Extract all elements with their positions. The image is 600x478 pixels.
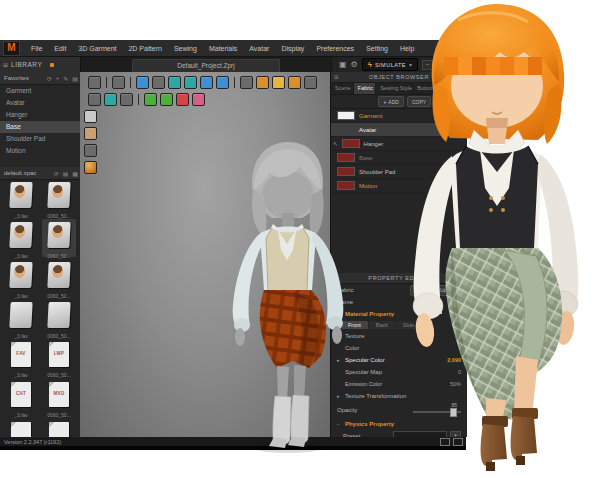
library-thumbnail[interactable] — [42, 419, 76, 437]
library-thumbnail[interactable]: 0060_50... — [42, 259, 76, 297]
character-leg-right — [514, 356, 538, 416]
favorite-item-hanger[interactable]: Hanger — [0, 109, 80, 121]
viewport-side-toolbar — [84, 110, 97, 174]
zoom-tool-icon[interactable] — [120, 93, 133, 106]
cloth-shirt-icon[interactable] — [200, 76, 213, 89]
rendered-character — [388, 0, 600, 478]
library-thumbnail[interactable]: _3.fav — [4, 179, 38, 217]
flag-pin-icon[interactable] — [112, 76, 125, 89]
document-tab[interactable]: Default_Project.Zprj — [132, 59, 280, 72]
folder-icon — [9, 302, 32, 328]
library-thumbnail[interactable]: 0060_50... — [42, 179, 76, 217]
viewport-toolbar-second — [88, 93, 205, 106]
file-icon: FAV — [11, 342, 31, 367]
avatar-folder-icon — [47, 222, 70, 248]
paint-tool-icon[interactable] — [136, 76, 149, 89]
character-boot-right — [511, 416, 537, 460]
document-tab-bar: Default_Project.Zprj — [81, 57, 332, 72]
menu-edit[interactable]: Edit — [49, 41, 71, 56]
refresh-icon[interactable]: ⟳ — [45, 75, 54, 82]
library-thumbnail[interactable]: CHT _3.fav — [4, 379, 38, 417]
material-sphere-icon[interactable] — [84, 161, 97, 174]
sphere-display-icon[interactable] — [272, 76, 285, 89]
dock-icon[interactable]: ⊞ — [331, 74, 342, 80]
gear-icon[interactable]: ⚙ — [350, 60, 357, 70]
viewport-avatar-model[interactable] — [190, 132, 390, 462]
camera-icon[interactable] — [104, 93, 117, 106]
library-panel-header: ⊞ LIBRARY — [0, 57, 81, 72]
library-thumbnail[interactable]: LWP 0060_50... — [42, 339, 76, 377]
favorite-item-garment[interactable]: Garment — [0, 85, 80, 97]
library-thumbnail[interactable]: MXD 0060_50... — [42, 379, 76, 417]
library-thumbnail-grid: _3.fav 0060_50... _3.fav 0060_50... _3.f… — [0, 179, 80, 437]
character-boot-left — [481, 424, 507, 466]
menu-avatar[interactable]: Avatar — [244, 41, 274, 56]
file-icon — [49, 422, 69, 437]
avatar-folder-icon — [9, 222, 32, 248]
garment-display-icon[interactable] — [168, 76, 181, 89]
dock-icon[interactable]: ⊞ — [0, 61, 11, 68]
library-thumbnail[interactable]: _3.fav — [4, 219, 38, 257]
file-icon: MXD — [49, 382, 69, 407]
app-logo: M — [3, 41, 20, 56]
arm-pose-icon[interactable] — [84, 144, 97, 157]
edit-icon[interactable]: ✎ — [61, 75, 70, 82]
library-thumbnail-selected[interactable]: 0060_50... — [42, 219, 76, 257]
shirt-green-icon[interactable] — [144, 93, 157, 106]
file-icon: LWP — [49, 342, 69, 367]
pose-run-icon[interactable] — [256, 76, 269, 89]
menu-file[interactable]: File — [26, 41, 47, 56]
favorite-item-base[interactable]: Base — [0, 121, 80, 133]
folder-icon — [47, 302, 70, 328]
favorite-item-shoulder-pad[interactable]: Shoulder Pad — [0, 133, 80, 145]
avatar-head-icon[interactable] — [84, 127, 97, 140]
add-icon[interactable]: + — [54, 75, 62, 81]
favorites-title: Favorites — [0, 75, 45, 81]
fabric-swatch — [337, 111, 355, 120]
library-thumbnail[interactable]: _3.fav — [4, 299, 38, 337]
censor-bar — [444, 57, 542, 75]
favorite-item-motion[interactable]: Motion — [0, 145, 80, 157]
viewport-3d[interactable] — [80, 72, 330, 437]
menu-preferences[interactable]: Preferences — [311, 41, 359, 56]
library-thumbnail[interactable] — [4, 419, 38, 437]
menu-materials[interactable]: Materials — [204, 41, 242, 56]
screenshot-stage: M File Edit 3D Garment 2D Pattern Sewing… — [0, 0, 600, 478]
shirt-red-icon[interactable] — [176, 93, 189, 106]
menu-2d-pattern[interactable]: 2D Pattern — [123, 41, 166, 56]
refresh-icon[interactable]: ⟳ — [52, 170, 61, 177]
grid-view-icon[interactable]: ▤ — [70, 75, 80, 82]
pose-sit-icon[interactable] — [304, 76, 317, 89]
tab-fabric[interactable]: Fabric — [354, 83, 377, 94]
favorites-header: Favorites ⟳ + ✎ ▤ — [0, 72, 80, 85]
select-tool-icon[interactable] — [152, 76, 165, 89]
mannequin-icon[interactable] — [288, 76, 301, 89]
library-thumbnail[interactable]: 0060_50... — [42, 299, 76, 337]
pack-title: default.zpac — [0, 170, 52, 176]
avatar-folder-icon — [9, 262, 32, 288]
shirt-green-icon[interactable] — [160, 93, 173, 106]
tab-scene[interactable]: Scene — [331, 83, 354, 94]
cart-icon[interactable]: ▣ — [339, 60, 347, 70]
file-icon: CHT — [11, 382, 31, 407]
cloth-shirt-icon[interactable] — [216, 76, 229, 89]
shirt-pink-icon[interactable] — [192, 93, 205, 106]
menu-display[interactable]: Display — [276, 41, 309, 56]
library-thumbnail[interactable]: FAV _3.fav — [4, 339, 38, 377]
hand-tool-icon[interactable] — [88, 76, 101, 89]
garment-white-icon[interactable] — [84, 110, 97, 123]
garment-thickness-icon[interactable] — [184, 76, 197, 89]
cursor-tool-icon[interactable] — [88, 93, 101, 106]
file-icon — [11, 422, 31, 437]
library-status-dot — [50, 63, 54, 67]
pose-walk-icon[interactable] — [240, 76, 253, 89]
favorite-item-avatar[interactable]: Avatar — [0, 97, 80, 109]
avatar-folder-icon — [47, 262, 70, 288]
list-view-icon[interactable]: ▦ — [70, 170, 80, 177]
library-thumbnail[interactable]: _3.fav — [4, 259, 38, 297]
menu-3d-garment[interactable]: 3D Garment — [73, 41, 121, 56]
lightning-icon: ϟ — [368, 60, 372, 69]
grid-view-icon[interactable]: ▤ — [61, 170, 71, 177]
menu-sewing[interactable]: Sewing — [169, 41, 202, 56]
library-panel: Favorites ⟳ + ✎ ▤ Garment Avatar Hanger … — [0, 72, 81, 437]
